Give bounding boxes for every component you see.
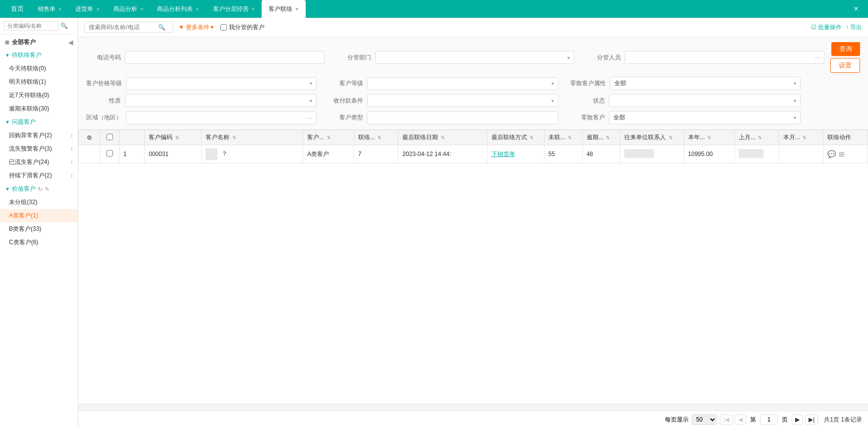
filter-price-level: 客户价格等级 ▾	[86, 77, 317, 90]
sidebar-item-repurchase-abnormal[interactable]: 回购异常客户(2) ℹ	[0, 129, 78, 142]
level-label: 客户等级	[328, 79, 363, 88]
row-check-cell[interactable]	[100, 145, 119, 163]
row-last-date: 2023-04-12 14:44:	[398, 145, 487, 163]
sidebar-item-churn-warning[interactable]: 流失预警客户(3) ℹ	[0, 142, 78, 156]
th-type[interactable]: 客户... ⇅	[303, 130, 354, 145]
th-prev-contact[interactable]: 往来单位联系人 ⇅	[620, 130, 684, 145]
nav-tab-sales[interactable]: 销售单 ×	[31, 0, 68, 18]
info-icon-4: ℹ	[71, 173, 73, 178]
sidebar-item-ungrouped[interactable]: 未分组(32)	[0, 196, 78, 209]
close-purchase-tab[interactable]: ×	[96, 6, 99, 12]
nature-input[interactable]: ▾	[125, 94, 317, 107]
filter-customer-type: 客户类型	[328, 111, 559, 124]
sidebar-item-7days[interactable]: 近7天待联络(0)	[0, 89, 78, 102]
my-customers-checkbox-container: 我分管的客户	[220, 23, 265, 32]
sidebar-all-customers-header: ⊞ 全部客户 ◀	[0, 34, 78, 49]
settings-button[interactable]: 设置	[830, 58, 860, 73]
page-input[interactable]	[760, 415, 778, 425]
sidebar-collapse-icon[interactable]: ◀	[68, 39, 73, 46]
sidebar-item-churned[interactable]: 已流失客户(24) ℹ	[0, 156, 78, 169]
nav-tab-analysis-list[interactable]: 商品分析列表 ×	[150, 0, 206, 18]
horizontal-scrollbar[interactable]	[78, 404, 868, 411]
payment-input[interactable]: ▾	[367, 94, 559, 107]
th-gear[interactable]: ⚙	[79, 130, 101, 145]
sidebar-group-problem-header[interactable]: ▼ 问题客户	[0, 115, 78, 129]
retail-dropdown-icon: ▾	[794, 115, 796, 120]
edit-group-icon[interactable]: ✎	[45, 186, 50, 193]
nav-home[interactable]: 首页	[4, 0, 31, 18]
status-input[interactable]: ▾	[609, 94, 801, 107]
close-contact-tab[interactable]: ×	[295, 6, 298, 12]
sidebar-group-value-header[interactable]: ▼ 价值客户 ↻ ✎	[0, 182, 78, 196]
retail-attr-input[interactable]: 全部 ▾	[610, 77, 801, 90]
row-checkbox[interactable]	[107, 150, 113, 157]
th-year[interactable]: 本年... ⇅	[684, 130, 734, 145]
query-button[interactable]: 查询	[831, 42, 860, 56]
chat-icon[interactable]: 💬	[827, 150, 836, 158]
sidebar-item-tomorrow[interactable]: 明天待联络(1)	[0, 75, 78, 89]
nav-tab-purchase[interactable]: 进货单 ×	[68, 0, 106, 18]
phone-input[interactable]	[125, 51, 325, 64]
page-label: 第	[750, 416, 756, 424]
level-input[interactable]: ▾	[367, 77, 559, 90]
customer-type-input[interactable]	[367, 111, 559, 124]
name-preview-thumbnail	[206, 148, 217, 160]
gear-icon[interactable]: ⚙	[87, 134, 92, 141]
next-page-button[interactable]: ▶	[792, 415, 803, 425]
th-this-month[interactable]: 本月... ⇅	[779, 130, 823, 145]
bulk-action-button[interactable]: ☑ 批量操作	[811, 23, 842, 32]
dept-input[interactable]: ▾	[375, 51, 575, 64]
th-action[interactable]: 联络动作	[823, 130, 868, 145]
sidebar-search-input[interactable]	[4, 21, 58, 31]
th-code[interactable]: 客户编码 ⇅	[145, 130, 202, 145]
sidebar-group-pending: ▼ 待联络客户 今天待联络(0) 明天待联络(1) 近7天待联络(0) 逾期未联…	[0, 49, 78, 115]
th-method[interactable]: 最后联络方式 ⇅	[487, 130, 544, 145]
sidebar-group-pending-header[interactable]: ▼ 待联络客户	[0, 49, 78, 62]
last-method-link[interactable]: 下销货单	[491, 151, 515, 158]
row-action: 💬 ⊞	[823, 145, 868, 163]
nav-tab-analysis[interactable]: 商品分析 ×	[107, 0, 150, 18]
close-analysis-tab[interactable]: ×	[140, 6, 143, 12]
sidebar-search-icon[interactable]: 🔍	[60, 22, 68, 29]
first-page-button[interactable]: |◀	[720, 415, 733, 425]
filter-search-icon[interactable]: 🔍	[158, 24, 165, 31]
close-sales-tab[interactable]: ×	[58, 6, 61, 12]
person-input[interactable]: ···	[625, 51, 824, 64]
nav-tab-customer-contact[interactable]: 客户联络 ×	[262, 0, 305, 18]
more-filters-button[interactable]: ▼ 更多条件 ▾	[178, 23, 214, 32]
filter-person: 分管人员 ···	[586, 51, 824, 64]
th-uncontact[interactable]: 未联... ⇅	[544, 130, 582, 145]
sidebar-item-b-class[interactable]: B类客户(33)	[0, 222, 78, 236]
per-page-select[interactable]: 50 100 200	[692, 414, 717, 425]
sidebar-item-declining[interactable]: 持续下滑客户(2) ℹ	[0, 169, 78, 182]
filter-search-input[interactable]	[89, 24, 158, 31]
level-dropdown-icon: ▾	[551, 81, 554, 86]
refresh-icon[interactable]: ↻	[38, 186, 43, 193]
sidebar-item-c-class[interactable]: C类客户(6)	[0, 236, 78, 249]
th-check[interactable]	[100, 130, 119, 145]
select-all-checkbox[interactable]	[107, 134, 113, 140]
sidebar-item-a-class[interactable]: A类客户(1)	[0, 209, 78, 222]
nav-tab-customer-segment[interactable]: 客户分层经营 ×	[206, 0, 262, 18]
close-all-tabs[interactable]: ×	[848, 1, 864, 17]
th-date[interactable]: 最后联络日期 ⇅	[398, 130, 487, 145]
price-level-label: 客户价格等级	[86, 79, 122, 88]
sidebar-item-today[interactable]: 今天待联络(0)	[0, 62, 78, 75]
close-analysis-list-tab[interactable]: ×	[196, 6, 199, 12]
price-level-input[interactable]: ▾	[126, 77, 317, 90]
sidebar-item-overdue[interactable]: 逾期未联络(30)	[0, 102, 78, 115]
retail-input[interactable]: 全部 ▾	[609, 111, 801, 124]
qr-icon[interactable]: ⊞	[839, 150, 845, 158]
th-name[interactable]: 客户名称 ⇅	[202, 130, 303, 145]
close-segment-tab[interactable]: ×	[252, 6, 255, 12]
th-overdue[interactable]: 逾期... ⇅	[582, 130, 620, 145]
th-contact[interactable]: 联络... ⇅	[354, 130, 398, 145]
table-header-row: ⚙ 客户编码 ⇅ 客户名称 ⇅	[79, 130, 868, 145]
date-sort-icon: ⇅	[441, 135, 445, 140]
region-input[interactable]: ···	[126, 111, 317, 124]
my-customers-checkbox[interactable]	[220, 24, 227, 31]
export-button[interactable]: ↑ 导出	[846, 23, 862, 32]
last-page-button[interactable]: ▶|	[805, 415, 818, 425]
th-last-month[interactable]: 上月... ⇅	[734, 130, 779, 145]
prev-page-button[interactable]: ◀	[735, 415, 746, 425]
